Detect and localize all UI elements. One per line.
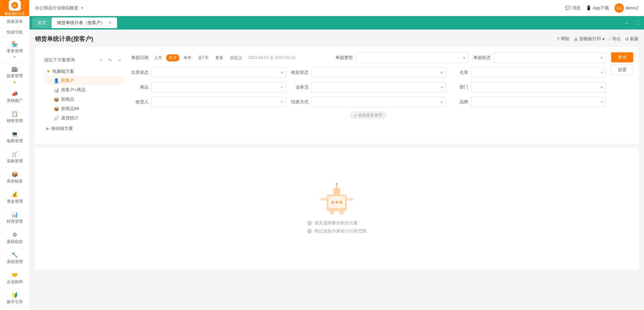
svg-rect-13 — [339, 211, 343, 215]
export-label: 导出 — [612, 36, 621, 42]
sidebar-item-newbie[interactable]: 🔰 新手引导 — [0, 289, 29, 309]
scheme-edit-btn[interactable]: ✎ — [107, 56, 114, 64]
date-tab-last-month[interactable]: 上月 — [151, 54, 165, 61]
date-tabs: 上月 本月 本年 近7天 更多 自定义 — [151, 54, 245, 61]
receipt-status-control[interactable]: ▾ — [311, 67, 446, 78]
print-btn[interactable]: 🖨 按模板打印 ▾ — [574, 36, 605, 42]
sidebar-item-basic-label: 基础信息 — [7, 239, 23, 245]
warehouse-label: 仓库 — [450, 69, 468, 75]
recipient-dots-icon: ··· — [280, 99, 283, 105]
scheme-panel: 按以下方案查询 + ✎ « ▼ 电脑端方案 — [40, 52, 127, 138]
scheme-group-mobile: ▶ 移动端方案 — [44, 124, 123, 133]
user-profile-btn[interactable]: Ea demo2 — [614, 3, 639, 13]
sidebar-item-operations[interactable]: 📊 经营管理 — [0, 208, 29, 228]
svg-rect-12 — [330, 211, 334, 215]
sidebar-item-ecommerce[interactable]: 💻 电商管理 — [0, 127, 29, 148]
quick-nav-item[interactable]: 快捷导航 — [0, 28, 29, 38]
svg-text:好: 好 — [13, 4, 16, 7]
help-icon: ? — [557, 37, 559, 42]
tabbar-actions: ─ ⛶ — [623, 19, 641, 27]
date-tab-more[interactable]: 更多 — [213, 54, 226, 61]
order-type-control[interactable]: ▾ — [356, 52, 468, 63]
sidebar-item-finance[interactable]: 💰 资金管理 — [0, 188, 29, 208]
empty-hint-1-text: 请先选择要分析的方案 — [314, 220, 358, 226]
help-btn[interactable]: ? 帮助 — [557, 36, 569, 42]
collapse-btn[interactable]: ∧ 收起更多条件 — [350, 111, 386, 119]
topbar: 办公用品行业模拟账套 ▾ 💬 消息 📱 App下载 Ea demo2 — [30, 0, 644, 16]
recipient-control[interactable]: ··· — [151, 97, 286, 107]
department-control[interactable]: ▾ — [471, 82, 606, 93]
breadcrumb-text: 办公用品行业模拟账套 — [35, 5, 78, 11]
filter-panel: 按以下方案查询 + ✎ « ▼ 电脑端方案 — [35, 47, 639, 144]
filter-item-product: 商品 ··· — [130, 82, 286, 93]
salesperson-control[interactable]: ··· — [311, 82, 446, 93]
enterprise-icon: 🤝 — [11, 272, 18, 278]
empty-illustration — [317, 181, 357, 215]
by-product-99-icon: 📦 — [54, 106, 59, 111]
sidebar-item-app-center[interactable]: 📱 应用中心 — [0, 309, 29, 310]
order-status-control[interactable]: ▾ — [493, 52, 606, 63]
empty-state-panel: 1 请先选择要分析的方案 2 用过滤条件来缩小分析范围 — [35, 148, 639, 270]
message-label: 消息 — [572, 5, 581, 11]
breadcrumb-dropdown-icon[interactable]: ▾ — [81, 5, 84, 10]
date-range-text: 2023-03-01 至 2023-03-31 — [248, 55, 296, 61]
sidebar-item-enterprise[interactable]: 🤝 企业协同 — [0, 268, 29, 289]
product-control[interactable]: ··· — [151, 82, 286, 93]
export-btn[interactable]: ↑ 导出 — [609, 36, 621, 42]
filter-item-warehouse: 仓库 ··· — [450, 67, 606, 78]
sidebar-item-basic[interactable]: ⚙ 基础信息 — [0, 228, 29, 248]
tab-report[interactable]: 销货单统计表（按客户） ✕ — [52, 17, 117, 28]
sidebar-logo[interactable]: 好 畅捷通好生意 — [0, 0, 29, 16]
newbie-icon: 🔰 — [11, 292, 18, 298]
search-menu-item[interactable]: 搜索菜单 — [0, 16, 29, 28]
date-tab-custom[interactable]: 自定义 — [227, 54, 245, 61]
date-tab-7days[interactable]: 近7天 — [196, 54, 211, 61]
scheme-item-by-product-99[interactable]: 📦 按商品99 — [44, 104, 123, 113]
operations-icon: 📊 — [11, 211, 18, 218]
sidebar-item-wholesale[interactable]: 🏬 批发管理 ▲ — [0, 62, 29, 87]
date-filter-control: 上月 本月 本年 近7天 更多 自定义 2023-03-01 至 2023-03… — [151, 54, 330, 61]
scheme-group-mobile-header[interactable]: ▶ 移动端方案 — [44, 124, 123, 133]
refresh-btn[interactable]: ↺ 刷新 — [625, 36, 639, 42]
filter-item-brand: 品牌 ··· — [450, 97, 606, 107]
settings-button[interactable]: 设置 — [611, 64, 633, 75]
filter-item-date: 单据日期 上月 本月 本年 近7天 更多 自定义 20 — [130, 54, 330, 61]
query-button[interactable]: 查询 — [611, 52, 633, 62]
sidebar-item-inventory[interactable]: 📦 库存核算 — [0, 168, 29, 188]
scheme-collapse-btn[interactable]: « — [116, 56, 123, 64]
app-download-btn[interactable]: 📱 App下载 — [586, 5, 609, 11]
print-dropdown-icon: ▾ — [602, 37, 605, 42]
scheme-tree: ▼ 电脑端方案 👤 按客户 📊 按客户+商品 📦 — [44, 67, 123, 133]
order-type-dropdown-icon: ▾ — [463, 56, 465, 60]
out-status-control[interactable]: ▾ — [151, 67, 286, 78]
scheme-add-btn[interactable]: + — [97, 56, 105, 64]
tab-home[interactable]: 首页 — [32, 17, 52, 28]
sidebar-item-inventory-label: 库存核算 — [7, 178, 23, 184]
by-product-icon: 📦 — [54, 97, 59, 102]
scheme-group-desktop-header[interactable]: ▼ 电脑端方案 — [44, 67, 123, 76]
scheme-item-by-customer-product[interactable]: 📊 按客户+商品 — [44, 85, 123, 95]
scheme-item-return-stats[interactable]: 📈 退货统计 — [44, 113, 123, 123]
date-tab-this-month[interactable]: 本月 — [166, 54, 179, 61]
warehouse-control[interactable]: ··· — [471, 67, 606, 78]
tab-maximize-btn[interactable]: ⛶ — [633, 19, 641, 27]
tab-report-close[interactable]: ✕ — [108, 20, 112, 25]
payment-method-dropdown-icon: ▾ — [441, 100, 443, 104]
brand-control[interactable]: ··· — [471, 97, 606, 107]
ecommerce-icon: 💻 — [11, 131, 18, 137]
sidebar-item-retail[interactable]: 🏪 零售管理 ▼ — [0, 38, 29, 62]
scheme-item-by-customer[interactable]: 👤 按客户 — [44, 76, 123, 85]
sidebar-item-marketing[interactable]: 📣 营销推广 — [0, 87, 29, 107]
date-tab-this-year[interactable]: 本年 — [181, 54, 194, 61]
content-area: 销货单统计表(按客户) ? 帮助 🖨 按模板打印 ▾ ↑ 导出 ↺ 刷新 — [30, 30, 644, 310]
sidebar-item-system[interactable]: 🔧 系统管理 — [0, 248, 29, 268]
tab-minimize-btn[interactable]: ─ — [623, 19, 631, 27]
empty-hint-2-text: 用过滤条件来缩小分析范围 — [314, 228, 367, 234]
payment-method-control[interactable]: ▾ — [311, 97, 446, 107]
message-btn[interactable]: 💬 消息 — [565, 5, 581, 11]
out-status-label: 出库状态 — [130, 69, 149, 75]
sidebar-item-sales[interactable]: 📋 销售管理 — [0, 107, 29, 127]
scheme-item-by-product[interactable]: 📦 按商品 — [44, 95, 123, 104]
filter-item-receipt-status: 收款状态 ▾ — [290, 67, 446, 78]
sidebar-item-purchase[interactable]: 🛒 采购管理 — [0, 148, 29, 168]
